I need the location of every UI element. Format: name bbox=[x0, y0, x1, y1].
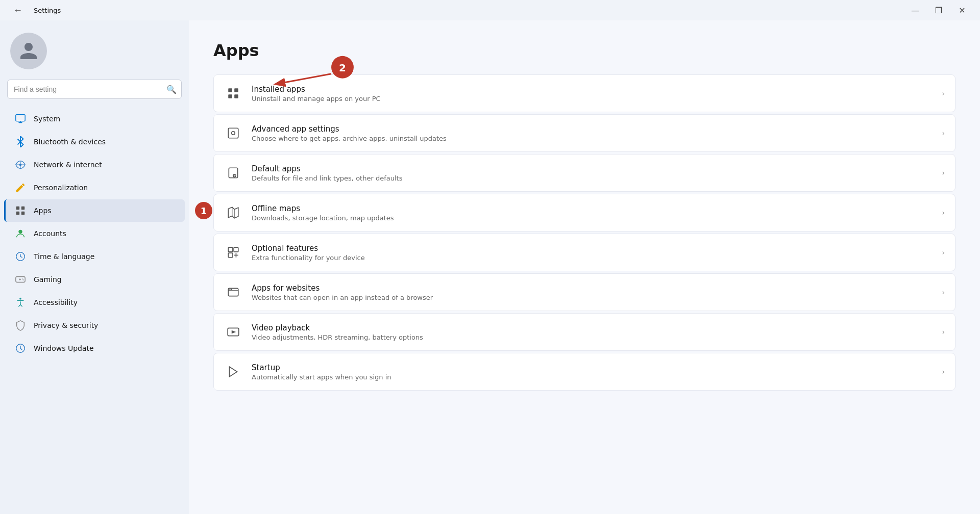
sidebar: 🔍 System Bluetooth & devices Network & i… bbox=[0, 20, 189, 514]
sidebar-item-network[interactable]: Network & internet bbox=[4, 153, 185, 176]
svg-rect-7 bbox=[21, 207, 24, 210]
svg-rect-6 bbox=[16, 207, 19, 210]
windows-update-icon bbox=[14, 342, 27, 354]
sidebar-item-label-gaming: Gaming bbox=[34, 275, 62, 284]
svg-rect-31 bbox=[234, 247, 238, 252]
sidebar-item-accessibility[interactable]: Accessibility bbox=[4, 291, 185, 314]
svg-point-15 bbox=[22, 278, 23, 279]
settings-item-optional-features[interactable]: Optional features Extra functionality fo… bbox=[213, 234, 955, 271]
search-box: 🔍 bbox=[7, 80, 182, 99]
svg-rect-20 bbox=[234, 88, 238, 92]
window-controls: — ❐ ✕ bbox=[903, 2, 974, 18]
settings-item-apps-for-websites[interactable]: Apps for websites Websites that can open… bbox=[213, 273, 955, 311]
sidebar-item-personalization[interactable]: Personalization bbox=[4, 176, 185, 199]
settings-item-startup[interactable]: Startup Automatically start apps when yo… bbox=[213, 353, 955, 391]
installed-apps-icon bbox=[224, 84, 242, 102]
sidebar-item-accounts[interactable]: Accounts bbox=[4, 222, 185, 245]
svg-point-26 bbox=[233, 174, 236, 177]
settings-item-advanced-app-settings[interactable]: Advanced app settings Choose where to ge… bbox=[213, 114, 955, 152]
svg-point-16 bbox=[23, 279, 24, 280]
avatar[interactable] bbox=[10, 33, 47, 69]
search-input[interactable] bbox=[7, 80, 182, 99]
settings-item-title-offline-maps: Offline maps bbox=[252, 204, 933, 213]
svg-point-37 bbox=[229, 289, 230, 290]
svg-rect-23 bbox=[228, 128, 238, 138]
settings-item-title-startup: Startup bbox=[252, 363, 933, 372]
close-button[interactable]: ✕ bbox=[950, 2, 974, 18]
bluetooth-icon bbox=[14, 136, 27, 148]
svg-marker-40 bbox=[232, 330, 236, 334]
sidebar-item-label-accounts: Accounts bbox=[34, 229, 66, 238]
sidebar-item-label-personalization: Personalization bbox=[34, 184, 88, 192]
sidebar-item-label-apps: Apps bbox=[34, 207, 52, 215]
page-title: Apps bbox=[213, 41, 955, 60]
svg-rect-1 bbox=[18, 122, 22, 123]
network-icon bbox=[14, 159, 27, 171]
settings-item-desc-offline-maps: Downloads, storage location, map updates bbox=[252, 214, 933, 222]
settings-item-desc-installed-apps: Uninstall and manage apps on your PC bbox=[252, 95, 933, 102]
settings-item-desc-apps-for-websites: Websites that can open in an app instead… bbox=[252, 294, 933, 301]
svg-text:2: 2 bbox=[339, 62, 346, 74]
gaming-icon bbox=[14, 273, 27, 286]
settings-item-desc-optional-features: Extra functionality for your device bbox=[252, 254, 933, 262]
sidebar-item-bluetooth[interactable]: Bluetooth & devices bbox=[4, 131, 185, 153]
sidebar-nav: System Bluetooth & devices Network & int… bbox=[0, 107, 189, 360]
settings-list: Installed apps Uninstall and manage apps… bbox=[213, 74, 955, 391]
settings-item-title-installed-apps: Installed apps bbox=[252, 85, 933, 94]
titlebar-title: Settings bbox=[34, 7, 61, 14]
settings-item-video-playback[interactable]: Video playback Video adjustments, HDR st… bbox=[213, 313, 955, 351]
settings-item-installed-apps[interactable]: Installed apps Uninstall and manage apps… bbox=[213, 74, 955, 112]
close-icon: ✕ bbox=[959, 6, 965, 15]
settings-item-title-default-apps: Default apps bbox=[252, 164, 933, 173]
accessibility-icon bbox=[14, 296, 27, 309]
svg-point-24 bbox=[232, 132, 235, 135]
svg-point-17 bbox=[19, 298, 21, 300]
main-layout: 🔍 System Bluetooth & devices Network & i… bbox=[0, 20, 980, 514]
personalization-icon bbox=[14, 182, 27, 194]
chevron-icon-offline-maps: › bbox=[942, 209, 945, 217]
restore-button[interactable]: ❐ bbox=[927, 2, 950, 18]
chevron-icon-installed-apps: › bbox=[942, 89, 945, 97]
minimize-button[interactable]: — bbox=[903, 2, 927, 18]
sidebar-item-label-time: Time & language bbox=[34, 252, 94, 261]
default-apps-icon bbox=[224, 164, 242, 182]
svg-point-10 bbox=[18, 230, 22, 234]
sidebar-item-system[interactable]: System bbox=[4, 108, 185, 130]
chevron-icon-default-apps: › bbox=[942, 169, 945, 177]
minimize-icon: — bbox=[911, 6, 919, 15]
settings-item-desc-default-apps: Defaults for file and link types, other … bbox=[252, 174, 933, 182]
sidebar-item-apps[interactable]: Apps bbox=[4, 199, 185, 222]
svg-rect-32 bbox=[228, 253, 233, 258]
settings-item-offline-maps[interactable]: Offline maps Downloads, storage location… bbox=[213, 194, 955, 232]
titlebar: ← Settings — ❐ ✕ bbox=[0, 0, 980, 20]
settings-item-desc-startup: Automatically start apps when you sign i… bbox=[252, 373, 933, 381]
sidebar-item-label-bluetooth: Bluetooth & devices bbox=[34, 138, 106, 146]
svg-point-38 bbox=[231, 289, 232, 290]
video-playback-icon bbox=[224, 323, 242, 341]
sidebar-item-label-windows-update: Windows Update bbox=[34, 344, 94, 352]
back-icon: ← bbox=[13, 5, 22, 16]
apps-icon bbox=[14, 204, 27, 217]
sidebar-item-time[interactable]: Time & language bbox=[4, 245, 185, 268]
sidebar-item-label-system: System bbox=[34, 115, 60, 123]
chevron-icon-video-playback: › bbox=[942, 328, 945, 336]
chevron-icon-optional-features: › bbox=[942, 248, 945, 256]
optional-features-icon bbox=[224, 243, 242, 262]
chevron-icon-startup: › bbox=[942, 368, 945, 376]
advanced-app-settings-icon bbox=[224, 124, 242, 142]
content-area: Apps Installed apps Uninstall and manage… bbox=[189, 20, 980, 514]
time-icon bbox=[14, 250, 27, 263]
sidebar-item-windows-update[interactable]: Windows Update bbox=[4, 337, 185, 359]
settings-item-title-apps-for-websites: Apps for websites bbox=[252, 284, 933, 293]
system-icon bbox=[14, 113, 27, 125]
back-button[interactable]: ← bbox=[6, 2, 30, 18]
svg-rect-19 bbox=[228, 88, 232, 92]
settings-item-default-apps[interactable]: Default apps Defaults for file and link … bbox=[213, 154, 955, 192]
offline-maps-icon bbox=[224, 203, 242, 222]
sidebar-item-privacy[interactable]: Privacy & security bbox=[4, 314, 185, 337]
accounts-icon bbox=[14, 227, 27, 240]
apps-for-websites-icon bbox=[224, 283, 242, 301]
sidebar-item-gaming[interactable]: Gaming bbox=[4, 268, 185, 291]
svg-rect-30 bbox=[228, 247, 233, 252]
svg-marker-41 bbox=[229, 367, 237, 377]
